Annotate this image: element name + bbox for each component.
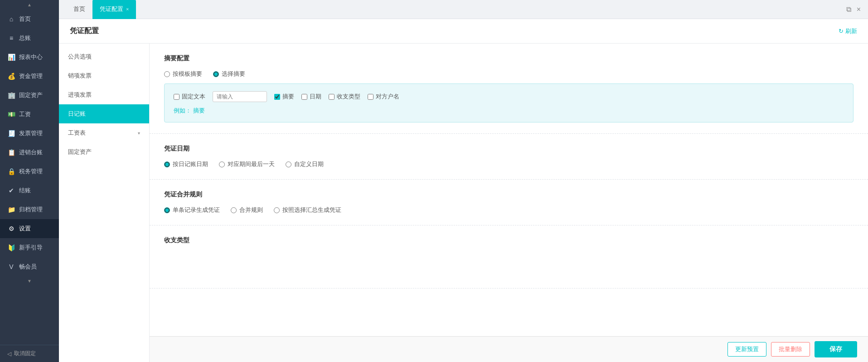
sidebar-item-ledger[interactable]: ≡ 总账 [0,29,59,48]
radio-summary[interactable]: 按照选择汇总生成凭证 [274,206,341,214]
nav-item-journal[interactable]: 日记账 [59,104,149,123]
checkbox-abstract[interactable]: 摘要 [274,93,294,101]
tab-close-icon[interactable]: × [126,6,129,12]
checkbox-income-type[interactable]: 收支类型 [329,93,360,101]
tab-home[interactable]: 首页 [66,0,92,19]
sidebar-item-fixed-assets[interactable]: 🏢 固定资产 [0,86,59,105]
save-button[interactable]: 保存 [815,341,857,357]
merge-radio-group: 单条记录生成凭证 合并规则 按照选择汇总生成凭证 [164,206,853,214]
radio-journal-date[interactable]: 按日记账日期 [164,160,208,168]
window-controls: ⧉ × [846,5,861,14]
sidebar-item-settings[interactable]: ⚙ 设置 [0,219,59,238]
refresh-icon: ↻ [839,28,844,34]
merge-section: 凭证合并规则 单条记录生成凭证 合并规则 按照选择汇总生成凭证 [150,180,868,225]
date-section-title: 凭证日期 [164,145,853,153]
abstract-radio-group: 按模板摘要 选择摘要 [164,70,853,78]
tax-icon: 🔒 [7,168,15,175]
radio-template-abstract[interactable]: 按模板摘要 [164,70,202,78]
date-radio-group: 按日记账日期 对应期间最后一天 自定义日期 [164,160,853,168]
vip-icon: V [7,263,15,270]
radio-select-abstract[interactable]: 选择摘要 [213,70,245,78]
date-section: 凭证日期 按日记账日期 对应期间最后一天 自定义日期 [150,134,868,180]
cancel-pin-button[interactable]: ◁ 取消固定 [0,345,59,362]
radio-custom-date[interactable]: 自定义日期 [286,160,324,168]
radio-merge-rule[interactable]: 合并规则 [231,206,263,214]
bottom-bar: 更新预置 批量删除 保存 [150,336,868,362]
settings-icon: ⚙ [7,225,15,232]
abstract-config-box: 固定文本 摘要 日期 收支类型 [164,83,853,122]
payroll-icon: 💵 [7,111,15,118]
checkbox-fixed-text[interactable]: 固定文本 [174,93,205,101]
nav-item-purchase-invoice[interactable]: 进项发票 [59,85,149,104]
content-layout: 公共选项 销项发票 进项发票 日记账 工资表 ▾ 固定资产 摘要配置 [59,44,868,362]
closing-icon: ✔ [7,187,15,194]
purchase-sales-icon: 📋 [7,149,15,156]
sidebar-item-purchase-sales[interactable]: 📋 进销台账 [0,143,59,162]
guide-icon: 🔰 [7,244,15,251]
invoice-mgmt-icon: 🧾 [7,130,15,137]
fixed-assets-icon: 🏢 [7,92,15,99]
sidebar-item-invoice-mgmt[interactable]: 🧾 发票管理 [0,124,59,143]
nav-item-sales-invoice[interactable]: 销项发票 [59,66,149,85]
abstract-preview: 例如： 摘要 [174,107,844,115]
reports-icon: 📊 [7,54,15,61]
left-nav: 公共选项 销项发票 进项发票 日记账 工资表 ▾ 固定资产 [59,44,150,362]
batch-delete-button[interactable]: 批量删除 [771,342,810,357]
close-button[interactable]: × [857,5,861,14]
abstract-section: 摘要配置 按模板摘要 选择摘要 固定文本 [150,44,868,134]
sidebar-item-home[interactable]: ⌂ 首页 [0,10,59,29]
ledger-icon: ≡ [7,34,15,42]
sidebar-item-guide[interactable]: 🔰 新手引导 [0,238,59,257]
nav-item-public[interactable]: 公共选项 [59,47,149,66]
funds-icon: 💰 [7,73,15,80]
radio-last-day[interactable]: 对应期间最后一天 [219,160,275,168]
sidebar-scroll-down[interactable]: ▼ [0,276,59,286]
nav-item-fixed-assets[interactable]: 固定资产 [59,142,149,161]
sidebar: ▲ ⌂ 首页 ≡ 总账 📊 报表中心 💰 资金管理 🏢 固定资产 💵 工资 🧾 … [0,0,59,362]
restore-button[interactable]: ⧉ [846,5,851,14]
sidebar-item-archive[interactable]: 📁 归档管理 [0,200,59,219]
main-area: 首页 凭证配置 × ⧉ × 凭证配置 ↻ 刷新 公共选项 销项发票 进项 [59,0,868,362]
sidebar-item-vip[interactable]: V 畅会员 [0,257,59,276]
page-header: 凭证配置 ↻ 刷新 [59,19,868,44]
tabbar: 首页 凭证配置 × ⧉ × [59,0,868,19]
fixed-text-input[interactable] [213,91,267,102]
merge-section-title: 凭证合并规则 [164,191,853,199]
sidebar-item-reports[interactable]: 📊 报表中心 [0,48,59,67]
nav-item-payroll-table[interactable]: 工资表 ▾ [59,123,149,142]
abstract-options-row: 固定文本 摘要 日期 收支类型 [174,91,844,102]
page-title: 凭证配置 [70,26,99,36]
checkbox-counterparty[interactable]: 对方户名 [368,93,399,101]
sidebar-item-closing[interactable]: ✔ 结账 [0,181,59,200]
home-icon: ⌂ [7,15,15,23]
tab-voucher-config[interactable]: 凭证配置 × [92,0,136,19]
income-type-section: 收支类型 [150,225,868,289]
checkbox-date[interactable]: 日期 [301,93,321,101]
sidebar-item-payroll[interactable]: 💵 工资 [0,105,59,124]
refresh-button[interactable]: ↻ 刷新 [839,27,857,35]
sidebar-item-tax[interactable]: 🔒 税务管理 [0,162,59,181]
chevron-down-icon: ▾ [138,131,140,136]
income-type-section-title: 收支类型 [164,236,853,245]
radio-single-record[interactable]: 单条记录生成凭证 [164,206,220,214]
pin-icon: ◁ [7,351,11,357]
right-content: 摘要配置 按模板摘要 选择摘要 固定文本 [150,44,868,362]
sidebar-item-funds[interactable]: 💰 资金管理 [0,67,59,86]
update-preview-button[interactable]: 更新预置 [727,342,766,357]
abstract-section-title: 摘要配置 [164,54,853,63]
archive-icon: 📁 [7,206,15,213]
sidebar-scroll-up[interactable]: ▲ [0,0,59,10]
